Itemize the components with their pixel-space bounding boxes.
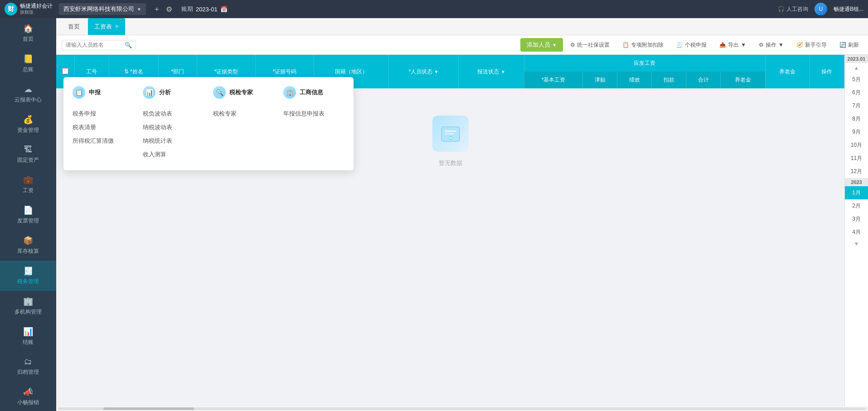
horizontal-scrollbar[interactable] xyxy=(56,406,868,411)
declaration-icon: 📋 xyxy=(73,86,85,99)
sidebar-item-funds[interactable]: 💰 资金管理 xyxy=(0,109,56,140)
social-insurance-button[interactable]: ⚙ 统一社保设置 xyxy=(567,39,613,51)
scroll-thumb[interactable] xyxy=(103,407,194,410)
menu-item-income-tax[interactable]: 所得税汇算清缴 xyxy=(73,134,134,148)
date-month-4[interactable]: 4月 xyxy=(845,226,868,239)
sidebar-item-close[interactable]: 📊 结账 xyxy=(0,321,56,352)
refresh-button[interactable]: 🔄 刷新 xyxy=(836,39,863,51)
scroll-track xyxy=(58,407,866,410)
menu-item-tax-form[interactable]: 税表清册 xyxy=(73,121,134,134)
date-month-11[interactable]: 11月 xyxy=(845,152,868,165)
tax-declaration-button[interactable]: 🧾 个税申报 xyxy=(673,39,710,51)
export-arrow-icon: ▼ xyxy=(741,42,746,48)
menu-item-income-estimate[interactable]: 收入测算 xyxy=(143,148,204,161)
tab-home-label: 首页 xyxy=(68,23,80,31)
search-icon: 🔍 xyxy=(125,42,132,48)
export-icon: 📤 xyxy=(719,42,726,48)
dropdown-grid: 📋 申报 税务申报 税表清册 所得税汇算清缴 📊 分析 税负波动表 纳税波动表 … xyxy=(73,86,344,161)
sidebar-label-inventory: 库存核算 xyxy=(17,247,39,255)
tax-dropdown-popup: 📋 申报 税务申报 税表清册 所得税汇算清缴 📊 分析 税负波动表 纳税波动表 … xyxy=(63,77,354,170)
select-all-checkbox[interactable] xyxy=(62,68,68,74)
menu-item-tax-payment[interactable]: 纳税波动表 xyxy=(143,121,204,134)
export-label: 导出 xyxy=(728,41,739,49)
sidebar-label-tax: 税务管理 xyxy=(17,278,39,285)
date-month-7[interactable]: 7月 xyxy=(845,99,868,112)
add-icon[interactable]: ＋ xyxy=(153,5,160,14)
menu-item-tax-stats[interactable]: 纳税统计表 xyxy=(143,134,204,148)
assets-icon: 🏗 xyxy=(24,145,32,155)
date-month-2[interactable]: 2月 xyxy=(845,199,868,213)
period-area: 账期 2023-01 📅 xyxy=(181,5,228,13)
company-selector[interactable]: 西安虾米网络科技有限公司 ▼ xyxy=(59,3,146,15)
col-status: *人员状态 ▼ xyxy=(389,55,459,88)
menu-item-tax-burden[interactable]: 税负波动表 xyxy=(143,107,204,121)
search-wrap: 🔍 xyxy=(62,40,136,50)
sidebar-item-cloud[interactable]: ☁ 云报表中心 xyxy=(0,79,56,109)
col-group-salary: 应发工资 xyxy=(524,55,765,72)
funds-icon: 💰 xyxy=(23,115,33,125)
special-deduction-button[interactable]: 📋 专项附加扣除 xyxy=(619,39,667,51)
sidebar: 🏠 首页 📒 总账 ☁ 云报表中心 💰 资金管理 🏗 固定资产 💼 工资 📄 发… xyxy=(0,18,56,411)
menu-item-annual-report[interactable]: 年报信息申报表 xyxy=(283,107,344,121)
section-title-biz: 🏢 工商信息 xyxy=(283,86,344,102)
analysis-icon: 📊 xyxy=(143,86,155,99)
sidebar-item-home[interactable]: 🏠 首页 xyxy=(0,18,56,48)
top-bar-right: 🎧 人工咨询 U 畅捷通B组... xyxy=(778,3,863,15)
user-name[interactable]: 畅捷通B组... xyxy=(834,5,863,13)
sidebar-item-salary[interactable]: 💼 工资 xyxy=(0,169,56,200)
date-nav-up[interactable]: ▲ xyxy=(845,63,868,73)
col-total: 合计 xyxy=(686,72,721,88)
date-month-10[interactable]: 10月 xyxy=(845,139,868,152)
date-month-12[interactable]: 12月 xyxy=(845,165,868,178)
salary-icon: 💼 xyxy=(23,175,33,185)
date-month-8[interactable]: 8月 xyxy=(845,112,868,126)
svg-rect-1 xyxy=(445,131,456,132)
user-avatar[interactable]: U xyxy=(815,3,827,15)
biz-icon: 🏢 xyxy=(283,86,296,99)
headset-icon: 🎧 xyxy=(778,6,785,12)
sidebar-item-invoice[interactable]: 📄 发票管理 xyxy=(0,200,56,230)
sidebar-label-invoice: 发票管理 xyxy=(17,217,39,225)
sort-icon[interactable]: ⇅ xyxy=(124,68,129,75)
date-month-5[interactable]: 5月 xyxy=(845,73,868,86)
date-month-3[interactable]: 3月 xyxy=(845,213,868,226)
sidebar-item-assets[interactable]: 🏗 固定资产 xyxy=(0,140,56,169)
analysis-label: 分析 xyxy=(159,88,171,97)
sidebar-label-home: 首页 xyxy=(23,35,34,43)
tab-home[interactable]: 首页 xyxy=(62,18,86,35)
sidebar-item-expense[interactable]: 📣 小畅报销 xyxy=(0,382,56,411)
archive-icon: 🗂 xyxy=(24,357,32,367)
sidebar-item-tax[interactable]: 🧾 税务管理 xyxy=(0,261,56,291)
export-button[interactable]: 📤 导出 ▼ xyxy=(716,39,750,51)
calendar-icon[interactable]: 📅 xyxy=(220,6,228,13)
logo-icon: 财 xyxy=(5,3,17,15)
tab-close-icon[interactable]: ✕ xyxy=(115,24,119,29)
date-month-9[interactable]: 9月 xyxy=(845,126,868,139)
ops-label: 操作 xyxy=(766,41,776,49)
date-month-6[interactable]: 6月 xyxy=(845,86,868,99)
home-icon: 🏠 xyxy=(23,24,33,34)
sidebar-item-inventory[interactable]: 📦 库存核算 xyxy=(0,230,56,261)
help-button[interactable]: 🎧 人工咨询 xyxy=(778,5,808,13)
col-pension2: 养老金 xyxy=(721,72,765,88)
expert-label: 税检专家 xyxy=(229,88,253,97)
menu-item-tax-declare[interactable]: 税务申报 xyxy=(73,107,134,121)
sidebar-item-archive[interactable]: 🗂 归档管理 xyxy=(0,352,56,382)
operations-button[interactable]: ⚙ 操作 ▼ xyxy=(755,39,787,51)
expense-icon: 📣 xyxy=(23,387,33,397)
add-person-button[interactable]: 添加人员 ▼ xyxy=(520,38,563,52)
menu-item-tax-check[interactable]: 税检专家 xyxy=(213,107,274,121)
tab-salary[interactable]: 工资表 ✕ xyxy=(88,18,125,35)
refresh-label: 刷新 xyxy=(848,41,859,49)
date-month-1[interactable]: 1月 xyxy=(845,186,868,199)
settings-icon[interactable]: ⚙ xyxy=(166,5,172,14)
sidebar-label-archive: 归档管理 xyxy=(17,368,39,376)
date-nav-down[interactable]: ▼ xyxy=(845,239,868,249)
company-name: 西安虾米网络科技有限公司 xyxy=(63,5,134,13)
search-input[interactable] xyxy=(66,42,125,48)
sidebar-item-ledger[interactable]: 📒 总账 xyxy=(0,48,56,79)
col-operations: 操作 xyxy=(810,55,844,88)
sidebar-item-multi[interactable]: 🏢 多机构管理 xyxy=(0,291,56,321)
ops-icon: ⚙ xyxy=(759,42,764,48)
new-guide-button[interactable]: 🧭 新手引导 xyxy=(793,39,830,51)
